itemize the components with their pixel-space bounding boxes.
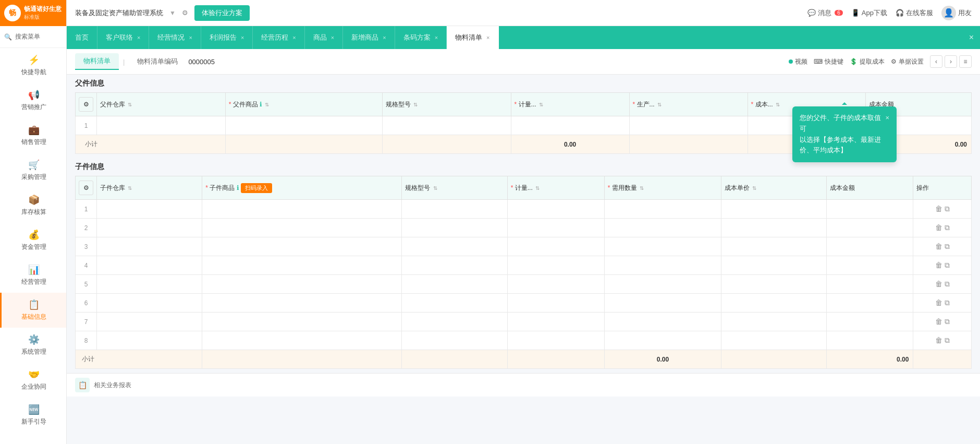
tab-home[interactable]: 首页 [67, 26, 97, 49]
copy-icon[interactable]: ⧉ [945, 317, 950, 326]
child-unit-cell[interactable] [507, 331, 604, 350]
nav-prev-button[interactable]: ‹ [930, 55, 942, 68]
child-warehouse-cell[interactable] [97, 275, 202, 294]
child-unit-cost-cell[interactable] [721, 219, 826, 237]
child-qty-cell[interactable] [604, 219, 721, 237]
sidebar-item-system[interactable]: ⚙️ 系统管理 [0, 328, 66, 363]
child-product-cell[interactable] [202, 256, 402, 275]
parent-settings-icon[interactable]: ⚙ [79, 97, 93, 112]
sidebar-item-purchase[interactable]: 🛒 采购管理 [0, 153, 66, 188]
child-warehouse-cell[interactable] [97, 237, 202, 256]
sidebar-item-sales[interactable]: 💼 销售管理 [0, 118, 66, 153]
child-unit-cell[interactable] [507, 200, 604, 219]
child-qty-cell[interactable] [604, 313, 721, 331]
sidebar-item-finance[interactable]: 💰 资金管理 [0, 223, 66, 258]
child-product-cell[interactable] [202, 313, 402, 331]
copy-icon[interactable]: ⧉ [945, 298, 950, 307]
parent-production-cell[interactable] [629, 116, 748, 135]
tab-operations[interactable]: 经营情况 × [149, 26, 201, 49]
child-qty-cell[interactable] [604, 275, 721, 294]
child-warehouse-cell[interactable] [97, 313, 202, 331]
child-unit-cost-cell[interactable] [721, 294, 826, 313]
copy-icon[interactable]: ⧉ [945, 242, 950, 251]
child-unit-cost-cell[interactable] [721, 331, 826, 350]
child-qty-cell[interactable] [604, 256, 721, 275]
sidebar-item-operations[interactable]: 📊 经营管理 [0, 258, 66, 293]
sub-tab-bom-list[interactable]: 物料清单 [75, 53, 119, 70]
sidebar-item-guide[interactable]: 🆕 新手引导 [0, 398, 66, 433]
parent-unit-cell[interactable] [511, 116, 629, 135]
child-product-cell[interactable] [202, 294, 402, 313]
nav-menu-button[interactable]: ≡ [959, 55, 972, 68]
shortcut-action[interactable]: ⌨ 快捷键 [814, 57, 843, 66]
delete-icon[interactable]: 🗑 [935, 336, 942, 345]
delete-icon[interactable]: 🗑 [935, 223, 942, 232]
delete-icon[interactable]: 🗑 [935, 280, 942, 289]
child-unit-cell[interactable] [507, 237, 604, 256]
sidebar-item-marketing[interactable]: 📢 营销推广 [0, 83, 66, 118]
tab-new-products[interactable]: 新增商品 × [343, 26, 395, 49]
message-button[interactable]: 💬 消息 6 [807, 8, 843, 18]
child-spec-cell[interactable] [402, 237, 507, 256]
tab-products[interactable]: 商品 × [305, 26, 343, 49]
copy-icon[interactable]: ⧉ [945, 261, 950, 270]
child-qty-cell[interactable] [604, 331, 721, 350]
delete-icon[interactable]: 🗑 [935, 261, 942, 270]
child-product-cell[interactable] [202, 331, 402, 350]
child-unit-cost-cell[interactable] [721, 313, 826, 331]
tab-customer[interactable]: 客户联络 × [97, 26, 149, 49]
child-warehouse-cell[interactable] [97, 256, 202, 275]
app-download-button[interactable]: 📱 App下载 [851, 8, 887, 18]
child-spec-cell[interactable] [402, 313, 507, 331]
child-unit-cost-cell[interactable] [721, 237, 826, 256]
online-service-button[interactable]: 🎧 在线客服 [896, 8, 933, 18]
child-spec-cell[interactable] [402, 275, 507, 294]
child-unit-cost-cell[interactable] [721, 200, 826, 219]
child-warehouse-cell[interactable] [97, 331, 202, 350]
child-settings-icon[interactable]: ⚙ [79, 181, 93, 195]
tab-barcode[interactable]: 条码方案 × [395, 26, 447, 49]
child-spec-cell[interactable] [402, 294, 507, 313]
delete-icon[interactable]: 🗑 [935, 298, 942, 307]
child-warehouse-cell[interactable] [97, 219, 202, 237]
tooltip-close-button[interactable]: × [885, 113, 889, 124]
child-unit-cost-cell[interactable] [721, 275, 826, 294]
tab-profit-close[interactable]: × [241, 34, 244, 41]
child-warehouse-cell[interactable] [97, 200, 202, 219]
close-all-tabs-button[interactable]: × [963, 26, 980, 49]
sidebar-item-inventory[interactable]: 📦 库存核算 [0, 188, 66, 223]
child-unit-cell[interactable] [507, 313, 604, 331]
tab-products-close[interactable]: × [331, 34, 334, 41]
copy-icon[interactable]: ⧉ [945, 336, 950, 345]
tab-new-products-close[interactable]: × [383, 34, 386, 41]
tab-history-close[interactable]: × [292, 34, 296, 41]
delete-icon[interactable]: 🗑 [935, 242, 942, 251]
child-qty-cell[interactable] [604, 237, 721, 256]
child-product-cell[interactable] [202, 200, 402, 219]
sidebar-item-basic[interactable]: 📋 基础信息 [0, 293, 66, 328]
settings-action[interactable]: ⚙ 单据设置 [891, 57, 924, 66]
tab-history[interactable]: 经营历程 × [253, 26, 304, 49]
scan-input-button[interactable]: 扫码录入 [241, 183, 272, 193]
child-spec-cell[interactable] [402, 256, 507, 275]
child-unit-cell[interactable] [507, 294, 604, 313]
child-product-cell[interactable] [202, 275, 402, 294]
tab-profit[interactable]: 利润报告 × [201, 26, 253, 49]
parent-product-cell[interactable] [225, 116, 382, 135]
tab-barcode-close[interactable]: × [435, 34, 438, 41]
tab-operations-close[interactable]: × [189, 34, 192, 41]
child-qty-cell[interactable] [604, 294, 721, 313]
child-unit-cell[interactable] [507, 256, 604, 275]
settings-icon[interactable]: ⚙ [182, 9, 188, 17]
child-unit-cell[interactable] [507, 275, 604, 294]
child-spec-cell[interactable] [402, 200, 507, 219]
parent-warehouse-cell[interactable] [97, 116, 226, 135]
child-unit-cell[interactable] [507, 219, 604, 237]
child-unit-cost-cell[interactable] [721, 256, 826, 275]
child-product-cell[interactable] [202, 219, 402, 237]
child-product-cell[interactable] [202, 237, 402, 256]
parent-spec-cell[interactable] [382, 116, 511, 135]
copy-icon[interactable]: ⧉ [945, 280, 950, 289]
child-warehouse-cell[interactable] [97, 294, 202, 313]
copy-icon[interactable]: ⧉ [945, 205, 950, 213]
